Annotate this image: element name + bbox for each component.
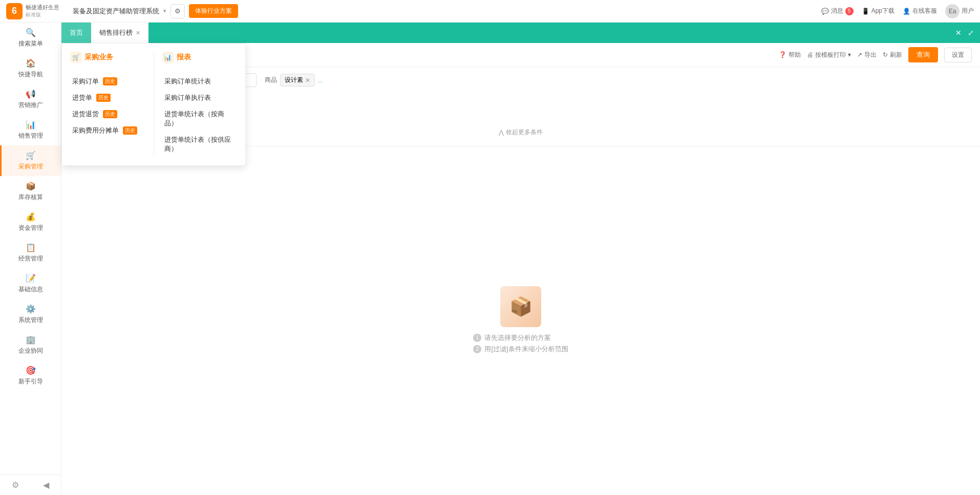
- sidebar-settings-btn[interactable]: ⚙: [12, 480, 19, 490]
- settings-icon[interactable]: ⚙: [171, 4, 185, 18]
- goods-tag-value: 设计素: [285, 76, 303, 84]
- system-title: 装备及固定资产辅助管理系统: [73, 7, 159, 16]
- print-dropdown-icon: ▾: [848, 51, 851, 58]
- goods-tag-close[interactable]: ✕: [305, 77, 310, 84]
- sidebar-item-finance[interactable]: 💰 资金管理: [0, 207, 61, 238]
- tab-bar: 首页 销售排行榜 ✕ ✕ ⤢: [61, 23, 980, 43]
- empty-state: 📦 1 请先选择要分析的方案 2 用[过滤]条件来缩小分析范围: [61, 146, 980, 495]
- logo-sub: 标准版: [26, 11, 59, 18]
- purchase-dropdown-menu: 🛒 采购业务 采购订单 历史 进货单 历史 进货退货 历史 采购费用分摊单 历史…: [61, 43, 246, 166]
- app-download-label: App下载: [871, 7, 894, 15]
- sidebar-collapse-btn[interactable]: ◀: [43, 480, 49, 490]
- stock-by-goods-label: 进货单统计表（按商品）: [164, 110, 236, 128]
- help-btn[interactable]: ❓ 帮助: [779, 51, 801, 59]
- user-avatar: Ea: [945, 4, 960, 18]
- dropdown-arrow-icon[interactable]: ▾: [163, 8, 166, 14]
- reports-col-icon: 📊: [162, 52, 174, 63]
- export-btn[interactable]: ↗ 导出: [857, 51, 877, 59]
- reports-col-title: 📊 报表: [162, 52, 238, 67]
- sales-icon: 📊: [26, 120, 36, 130]
- logo-text-block: 畅捷通好生意 标准版: [26, 4, 59, 18]
- header-right: 💬 消息 5 📱 App下载 👤 在线客服 Ea 用户: [821, 4, 974, 18]
- search-icon: 🔍: [26, 28, 36, 37]
- sidebar-label-inventory: 库存核算: [18, 193, 43, 202]
- sidebar-item-enterprise[interactable]: 🏢 企业协同: [0, 330, 61, 360]
- dropdown-item-stock-by-supplier[interactable]: 进货单统计表（按供应商）: [162, 132, 238, 157]
- sidebar-item-guide[interactable]: 🎯 新手引导: [0, 360, 61, 391]
- sidebar-item-purchase[interactable]: 🛒 采购管理: [0, 145, 61, 176]
- tab-sales-rank-label: 销售排行榜: [99, 28, 133, 37]
- print-btn[interactable]: 🖨 按模板打印 ▾: [807, 51, 851, 59]
- logo-text: 畅捷通好生意: [26, 4, 59, 11]
- dropdown-item-purchase-order-stats[interactable]: 采购订单统计表: [162, 73, 238, 90]
- tip-text-1: 请先选择要分析的方案: [484, 333, 551, 342]
- tab-home-label: 首页: [70, 28, 83, 37]
- sidebar-label-finance: 资金管理: [18, 224, 43, 232]
- tab-sales-rank[interactable]: 销售排行榜 ✕: [91, 23, 148, 43]
- sidebar-label-purchase: 采购管理: [18, 162, 43, 171]
- dropdown-item-expense[interactable]: 采购费用分摊单 历史: [70, 122, 145, 139]
- purchase-order-stats-label: 采购订单统计表: [164, 77, 211, 86]
- purchase-order-exec-label: 采购订单执行表: [164, 93, 211, 102]
- dropdown-item-stock-by-goods[interactable]: 进货单统计表（按商品）: [162, 106, 238, 132]
- tip-num-2: 2: [473, 345, 481, 353]
- purchase-icon: 🛒: [26, 150, 36, 160]
- sidebar-label-marketing: 营销推广: [18, 101, 43, 110]
- refresh-btn[interactable]: ↻ 刷新: [883, 51, 902, 59]
- dropdown-item-purchase-order-exec[interactable]: 采购订单执行表: [162, 90, 238, 106]
- sidebar-item-quick-nav[interactable]: 🏠 快捷导航: [0, 53, 61, 84]
- expense-label: 采购费用分摊单: [72, 126, 119, 135]
- purchase-col: 🛒 采购业务 采购订单 历史 进货单 历史 进货退货 历史 采购费用分摊单 历史: [70, 52, 145, 157]
- dropdown-item-purchase-order[interactable]: 采购订单 历史: [70, 73, 145, 90]
- dropdown-item-return[interactable]: 进货退货 历史: [70, 106, 145, 122]
- purchase-col-icon: 🛒: [70, 52, 81, 63]
- purchase-order-label: 采购订单: [72, 77, 99, 86]
- finance-icon: 💰: [26, 212, 36, 222]
- goods-more-btn[interactable]: ...: [318, 77, 323, 84]
- system-icon: ⚙️: [26, 304, 36, 314]
- expense-history-badge: 历史: [123, 126, 137, 135]
- sidebar-item-system[interactable]: ⚙️ 系统管理: [0, 299, 61, 330]
- sidebar-label-operation: 经营管理: [18, 254, 43, 263]
- sidebar-item-search[interactable]: 🔍 搜索菜单: [0, 23, 61, 53]
- empty-tips: 1 请先选择要分析的方案 2 用[过滤]条件来缩小分析范围: [473, 333, 568, 356]
- sidebar-item-inventory[interactable]: 📦 库存核算: [0, 176, 61, 207]
- basic-icon: 📝: [26, 273, 36, 283]
- tab-maximize-icon[interactable]: ⤢: [966, 27, 976, 39]
- settings-btn[interactable]: 设置: [944, 48, 972, 62]
- purchase-order-history-badge: 历史: [103, 77, 117, 85]
- purchase-title-text: 采购业务: [84, 53, 113, 62]
- sidebar-item-sales[interactable]: 📊 销售管理: [0, 115, 61, 145]
- tip-item-2: 2 用[过滤]条件来缩小分析范围: [473, 345, 568, 354]
- help-icon: ❓: [779, 51, 786, 58]
- guide-icon: 🎯: [26, 365, 36, 375]
- app-download-btn[interactable]: 📱 App下载: [862, 7, 894, 15]
- sidebar-item-operation[interactable]: 📋 经营管理: [0, 238, 61, 268]
- dropdown-item-stock-in[interactable]: 进货单 历史: [70, 90, 145, 106]
- user-btn[interactable]: Ea 用户: [945, 4, 974, 18]
- marketing-icon: 📢: [26, 89, 36, 99]
- export-label: 导出: [864, 51, 877, 59]
- notification-badge: 5: [845, 7, 854, 15]
- notification-icon: 💬: [821, 8, 829, 15]
- query-btn[interactable]: 查询: [908, 47, 938, 62]
- sidebar-label-basic: 基础信息: [18, 285, 43, 294]
- online-service-btn[interactable]: 👤 在线客服: [903, 7, 937, 15]
- industry-btn[interactable]: 体验行业方案: [189, 4, 238, 18]
- sidebar-item-basic[interactable]: 📝 基础信息: [0, 268, 61, 299]
- refresh-icon: ↻: [883, 51, 888, 58]
- sidebar-label-quick-nav: 快捷导航: [18, 70, 43, 79]
- tab-bar-right: ✕ ⤢: [949, 23, 980, 43]
- tip-item-1: 1 请先选择要分析的方案: [473, 333, 568, 342]
- tab-close-all-icon[interactable]: ✕: [953, 27, 964, 39]
- tab-home[interactable]: 首页: [61, 23, 91, 43]
- home-icon: 🏠: [26, 58, 36, 68]
- goods-label: 商品: [265, 76, 277, 84]
- sidebar-label-enterprise: 企业协同: [18, 347, 43, 355]
- sidebar-item-marketing[interactable]: 📢 营销推广: [0, 84, 61, 115]
- tab-close-icon[interactable]: ✕: [136, 30, 140, 36]
- notification-btn[interactable]: 💬 消息 5: [821, 7, 854, 15]
- online-service-label: 在线客服: [912, 7, 937, 15]
- return-history-badge: 历史: [103, 110, 117, 118]
- enterprise-icon: 🏢: [26, 335, 36, 345]
